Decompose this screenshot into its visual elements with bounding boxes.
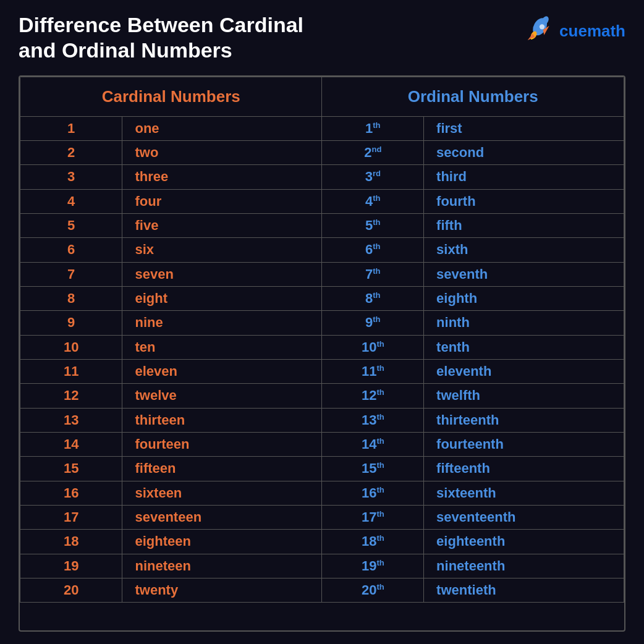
ordinal-word: first	[424, 116, 624, 140]
cardinal-number: 20	[20, 578, 122, 602]
cardinal-word: seven	[122, 262, 322, 286]
ordinal-number: 18th	[322, 530, 424, 554]
cardinal-number: 18	[20, 530, 122, 554]
cardinal-number: 3	[20, 165, 122, 189]
ordinal-number: 12th	[322, 384, 424, 408]
cardinal-number: 11	[20, 359, 122, 383]
ordinal-word: eighth	[424, 286, 624, 310]
table-row: 6 six 6th sixth	[20, 238, 624, 262]
logo-area: cuemath	[523, 15, 625, 46]
cardinal-number: 13	[20, 408, 122, 432]
ordinal-word: fourth	[424, 189, 624, 213]
cardinal-number: 8	[20, 286, 122, 310]
cardinal-word: five	[122, 213, 322, 237]
cardinal-word: seventeen	[122, 505, 322, 529]
page-wrapper: Difference Between Cardinal and Ordinal …	[0, 0, 644, 644]
cardinal-number: 2	[20, 140, 122, 164]
cardinal-word: twenty	[122, 578, 322, 602]
cardinal-number: 9	[20, 311, 122, 335]
table-row: 12 twelve 12th twelfth	[20, 384, 624, 408]
ordinal-number: 7th	[322, 262, 424, 286]
table-row: 1 one 1th first	[20, 116, 624, 140]
cardinal-word: six	[122, 238, 322, 262]
ordinal-word: seventh	[424, 262, 624, 286]
ordinal-word: second	[424, 140, 624, 164]
ordinal-word: twentieth	[424, 578, 624, 602]
cardinal-word: ten	[122, 335, 322, 359]
table-row: 14 fourteen 14th fourteenth	[20, 432, 624, 456]
table-row: 10 ten 10th tenth	[20, 335, 624, 359]
table-row: 5 five 5th fifth	[20, 213, 624, 237]
logo-text: cuemath	[559, 22, 625, 41]
ordinal-number: 11th	[322, 359, 424, 383]
ordinal-number: 19th	[322, 554, 424, 578]
ordinal-number: 13th	[322, 408, 424, 432]
cardinal-word: fifteen	[122, 457, 322, 481]
table-row: 3 three 3rd third	[20, 165, 624, 189]
ordinal-number: 6th	[322, 238, 424, 262]
ordinal-number: 16th	[322, 481, 424, 505]
table-row: 18 eighteen 18th eighteenth	[20, 530, 624, 554]
ordinal-number: 2nd	[322, 140, 424, 164]
cardinal-header: Cardinal Numbers	[20, 77, 322, 116]
cardinal-word: eight	[122, 286, 322, 310]
svg-point-2	[540, 24, 544, 29]
cardinal-word: thirteen	[122, 408, 322, 432]
ordinal-number: 20th	[322, 578, 424, 602]
cardinal-word: fourteen	[122, 432, 322, 456]
table-row: 4 four 4th fourth	[20, 189, 624, 213]
ordinal-word: eighteenth	[424, 530, 624, 554]
table-container: Cardinal Numbers Ordinal Numbers 1 one 1…	[19, 75, 625, 632]
table-row: 17 seventeen 17th seventeenth	[20, 505, 624, 529]
table-row: 19 nineteen 19th nineteenth	[20, 554, 624, 578]
ordinal-word: third	[424, 165, 624, 189]
cardinal-number: 19	[20, 554, 122, 578]
ordinal-word: sixteenth	[424, 481, 624, 505]
table-row: 9 nine 9th ninth	[20, 311, 624, 335]
cardinal-word: two	[122, 140, 322, 164]
ordinal-word: sixth	[424, 238, 624, 262]
cardinal-word: nine	[122, 311, 322, 335]
ordinal-number: 1th	[322, 116, 424, 140]
ordinal-number: 10th	[322, 335, 424, 359]
ordinal-number: 5th	[322, 213, 424, 237]
page-title: Difference Between Cardinal and Ordinal …	[19, 12, 303, 63]
ordinal-word: eleventh	[424, 359, 624, 383]
ordinal-word: fourteenth	[424, 432, 624, 456]
table-row: 16 sixteen 16th sixteenth	[20, 481, 624, 505]
cardinal-number: 16	[20, 481, 122, 505]
ordinal-word: fifth	[424, 213, 624, 237]
table-row: 11 eleven 11th eleventh	[20, 359, 624, 383]
ordinal-word: thirteenth	[424, 408, 624, 432]
cardinal-number: 14	[20, 432, 122, 456]
cardinal-word: three	[122, 165, 322, 189]
ordinal-number: 3rd	[322, 165, 424, 189]
header: Difference Between Cardinal and Ordinal …	[19, 12, 625, 63]
title-line2: and Ordinal Numbers	[19, 38, 232, 62]
ordinal-word: nineteenth	[424, 554, 624, 578]
cardinal-word: sixteen	[122, 481, 322, 505]
ordinal-number: 14th	[322, 432, 424, 456]
ordinal-number: 17th	[322, 505, 424, 529]
ordinal-word: ninth	[424, 311, 624, 335]
cardinal-number: 7	[20, 262, 122, 286]
table-body: 1 one 1th first 2 two 2nd second 3 three…	[20, 116, 624, 603]
cardinal-number: 10	[20, 335, 122, 359]
table-row: 2 two 2nd second	[20, 140, 624, 164]
cardinal-number: 4	[20, 189, 122, 213]
cardinal-number: 15	[20, 457, 122, 481]
cardinal-word: four	[122, 189, 322, 213]
cardinal-number: 6	[20, 238, 122, 262]
ordinal-word: seventeenth	[424, 505, 624, 529]
title-line1: Difference Between Cardinal	[19, 13, 303, 36]
cardinal-number: 1	[20, 116, 122, 140]
table-row: 20 twenty 20th twentieth	[20, 578, 624, 602]
table-header-row: Cardinal Numbers Ordinal Numbers	[20, 77, 624, 116]
ordinal-header: Ordinal Numbers	[322, 77, 624, 116]
rocket-icon	[523, 15, 554, 46]
ordinal-number: 8th	[322, 286, 424, 310]
table-row: 15 fifteen 15th fifteenth	[20, 457, 624, 481]
cardinal-number: 17	[20, 505, 122, 529]
cardinal-word: one	[122, 116, 322, 140]
numbers-table: Cardinal Numbers Ordinal Numbers 1 one 1…	[20, 77, 624, 603]
